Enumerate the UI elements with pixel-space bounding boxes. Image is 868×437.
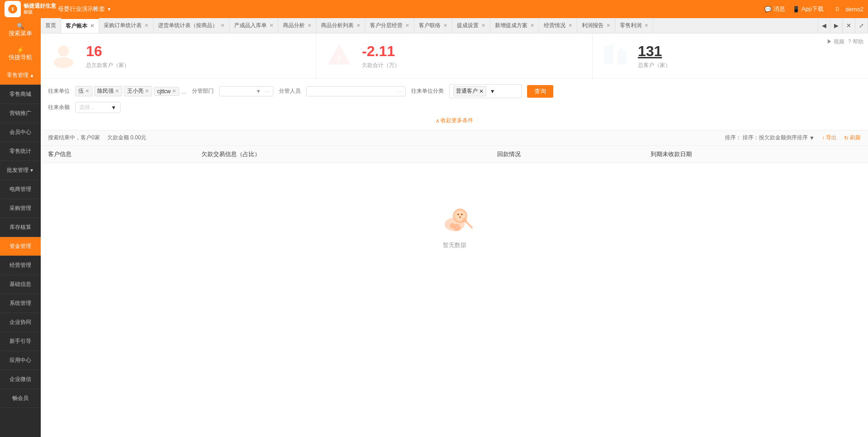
tab-customer-segment[interactable]: 客户分层经营 ✕ (365, 18, 414, 33)
dept-tag-cjttcw: cjttcw ✕ (154, 87, 179, 96)
svg-point-17 (459, 217, 461, 218)
tab-close-purchase-stats[interactable]: ✕ (221, 23, 225, 28)
sidebar-item-member-pro[interactable]: 畅会员 (0, 389, 41, 408)
chevron-down-icon: ▼ (490, 88, 495, 95)
top-bar-right: 💬 消息 📱 App下载 D demo2 (764, 3, 863, 15)
branch-person-select[interactable]: ··· (306, 86, 406, 96)
remove-tag-chen[interactable]: ✕ (115, 88, 119, 94)
tab-close-achievement[interactable]: ✕ (530, 23, 534, 28)
sidebar-item-enterprise[interactable]: 企业协同 (0, 313, 41, 332)
remove-tag-wu[interactable]: ✕ (85, 88, 89, 94)
app-download-btn[interactable]: 📱 App下载 (792, 5, 824, 13)
classify-select[interactable]: 普通客户 ✕ ▼ (449, 84, 522, 98)
result-bar: 搜索结果中，客户0家 欠款金额 0.00元 排序： 排序：按欠款金额倒序排序 ▼… (41, 130, 868, 146)
dept-tag-wang: 王小亮 ✕ (124, 86, 152, 96)
tab-prev-btn[interactable]: ◀ (818, 18, 830, 33)
user-avatar[interactable]: D demo2 (831, 3, 863, 15)
amount-select[interactable]: 选择... ▼ (75, 102, 120, 113)
tab-home[interactable]: 首页 (41, 18, 61, 33)
stat-label-total: 总客户（家） (638, 62, 854, 69)
tab-retail-profit[interactable]: 零售利润 ✕ (615, 18, 653, 33)
classify-label: 往来单位分类 (411, 87, 444, 95)
sidebar-item-enterprise-wechat[interactable]: 企业微信 (0, 370, 41, 389)
tab-product-analysis-list[interactable]: 商品分析列表 ✕ (317, 18, 365, 33)
export-button[interactable]: ↑ 导出 (822, 134, 837, 142)
sidebar-item-retail-stats[interactable]: 零售统计 (0, 142, 41, 161)
sidebar-item-member-center[interactable]: 会员中心 (0, 123, 41, 142)
svg-rect-6 (604, 46, 613, 64)
sidebar-quick-nav[interactable]: ⚡ 快捷导航 (0, 42, 41, 66)
chevron-down-icon: ▼ (107, 7, 111, 12)
tab-promotion-settings[interactable]: 提成设置 ✕ (452, 18, 490, 33)
stat-card-customers: 16 总欠款客户（家） (41, 33, 317, 78)
tab-add-achievement[interactable]: 新增提成方案 ✕ (490, 18, 539, 33)
stat-label-debt: 欠款合计（万） (362, 62, 578, 69)
refresh-button[interactable]: ↻ 刷新 (844, 134, 861, 142)
tab-close-purchase-order[interactable]: ✕ (144, 23, 149, 28)
workspace-selector[interactable]: 母婴行业演示帐套 ▼ (58, 5, 111, 13)
sort-button[interactable]: 排序： 排序：按欠款金额倒序排序 ▼ (725, 134, 815, 142)
tab-close-product-incoming[interactable]: ✕ (269, 23, 273, 28)
tab-close-all-btn[interactable]: ✕ (843, 18, 855, 33)
sidebar-item-finance[interactable]: 资金管理 (0, 237, 41, 256)
sidebar-item-marketing[interactable]: 营销推广 (0, 104, 41, 123)
video-help-btn[interactable]: ▶ 视频 (827, 38, 844, 46)
filter-area: 往来单位 伍 ✕ 陈民强 ✕ 王小亮 (41, 79, 868, 130)
stat-value-total: 131 (638, 43, 854, 60)
help-btn[interactable]: ? 帮助 (848, 38, 863, 46)
tab-close-segment[interactable]: ✕ (405, 23, 409, 28)
stat-label-customers: 总欠款客户（家） (86, 62, 302, 69)
remove-classify-tag[interactable]: ✕ (479, 88, 484, 95)
tab-customer-ledger[interactable]: 客户账本 ✕ (61, 18, 99, 33)
tab-list: 首页 客户账本 ✕ 采购订单统计表 ✕ 进货单统计表（按商品） ✕ (41, 18, 818, 33)
content-area: 首页 客户账本 ✕ 采购订单统计表 ✕ 进货单统计表（按商品） ✕ (41, 18, 868, 437)
tab-close-customer-ledger[interactable]: ✕ (90, 23, 94, 29)
logo-sub: 标版 (24, 9, 56, 15)
sidebar-item-basic-info[interactable]: 基础信息 (0, 275, 41, 294)
tab-close-promotion[interactable]: ✕ (481, 23, 485, 28)
sidebar-item-app-center[interactable]: 应用中心 (0, 351, 41, 370)
tab-customer-connect[interactable]: 客户联络 ✕ (414, 18, 452, 33)
remove-tag-wang[interactable]: ✕ (145, 88, 149, 94)
tab-close-connect[interactable]: ✕ (443, 23, 447, 28)
debt-amount-text: 欠款金额 0.00元 (107, 134, 147, 142)
sidebar-item-purchase[interactable]: 采购管理 (0, 199, 41, 218)
col-due-date: 到期未收款日期 (643, 146, 868, 163)
tab-close-operations[interactable]: ✕ (568, 23, 572, 28)
svg-rect-7 (618, 51, 627, 64)
tab-close-profit-report[interactable]: ✕ (606, 23, 610, 28)
branch-dept-label: 分管部门 (192, 87, 214, 95)
sidebar-item-wholesale-mgmt[interactable]: 批发管理 ▼ (0, 161, 41, 180)
sidebar-item-new-guide[interactable]: 新手引导 (0, 332, 41, 351)
tab-product-analysis[interactable]: 商品分析 ✕ (278, 18, 317, 33)
col-debt-info: 欠款交易信息（占比） (194, 146, 490, 163)
tab-close-product-analysis-list[interactable]: ✕ (356, 23, 360, 28)
tab-expand-btn[interactable]: ⤢ (855, 18, 868, 33)
branch-dept-select[interactable]: ▼ ··· (219, 86, 273, 96)
collapse-btn[interactable]: ∧ 收起更多条件 (436, 117, 473, 124)
tab-product-incoming[interactable]: 产成品入库单 ✕ (230, 18, 278, 33)
sidebar-item-retail-mall[interactable]: 零售商城 (0, 85, 41, 104)
sidebar-item-retail-mgmt[interactable]: 零售管理 ▲ (0, 66, 41, 85)
nav-icon: ⚡ (17, 47, 24, 53)
svg-rect-8 (610, 44, 614, 46)
sidebar-item-inventory[interactable]: 库存核算 (0, 218, 41, 237)
tab-purchase-order-stats[interactable]: 采购订单统计表 ✕ (99, 18, 153, 33)
stat-card-debt: ! -2.11 欠款合计（万） (317, 33, 592, 78)
more-tags-btn[interactable]: ... (181, 88, 187, 95)
tab-purchase-stats-product[interactable]: 进货单统计表（按商品） ✕ (153, 18, 230, 33)
message-btn[interactable]: 💬 消息 (764, 5, 785, 13)
tab-profit-report[interactable]: 利润报告 ✕ (577, 18, 615, 33)
sidebar-item-operations[interactable]: 经营管理 (0, 256, 41, 275)
tab-operations-situation[interactable]: 经营情况 ✕ (539, 18, 577, 33)
sidebar-item-system-mgmt[interactable]: 系统管理 (0, 294, 41, 313)
sidebar-item-ecommerce[interactable]: 电商管理 (0, 180, 41, 199)
tab-next-btn[interactable]: ▶ (830, 18, 843, 33)
svg-text:!: ! (338, 53, 341, 63)
tab-close-retail-profit[interactable]: ✕ (644, 23, 648, 28)
query-button[interactable]: 查询 (527, 85, 553, 98)
result-actions: 排序： 排序：按欠款金额倒序排序 ▼ ↑ 导出 ↻ 刷新 (725, 134, 861, 142)
sidebar-search[interactable]: 🔍 搜索菜单 (0, 18, 41, 42)
remove-tag-cjttcw[interactable]: ✕ (172, 88, 176, 94)
tab-close-product-analysis[interactable]: ✕ (307, 23, 312, 28)
